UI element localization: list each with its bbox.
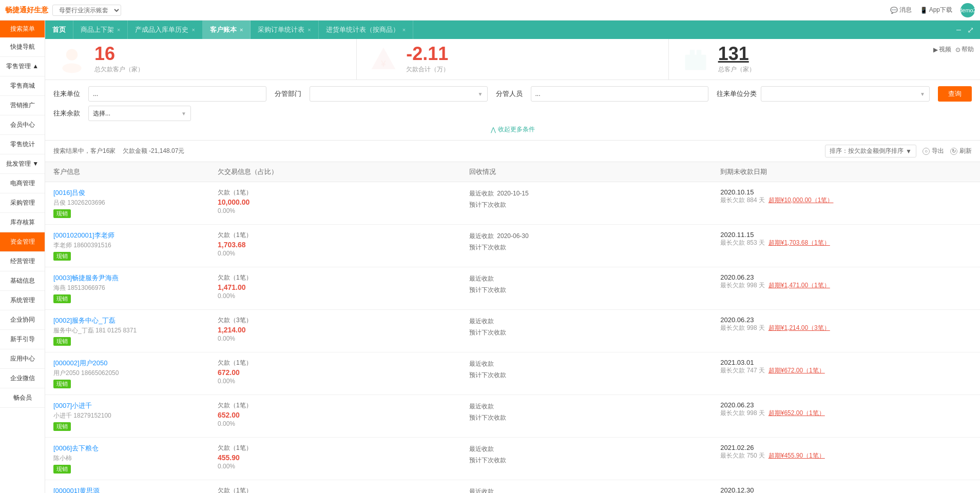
customer-name-6[interactable]: [0007]小进千 [53,402,92,409]
sidebar-item-vip[interactable]: 畅会员 [0,388,45,408]
tab-close-purchase-order[interactable]: × [308,27,311,33]
debt-info-cell-2: 欠款（1笔） 1,703.68 0.00% [218,231,469,257]
sidebar-item-wechat[interactable]: 企业微信 [0,369,45,388]
sidebar-item-business[interactable]: 经营管理 [0,252,45,271]
refresh-button[interactable]: ↻ 刷新 [950,147,972,155]
tab-close-customer-account[interactable]: × [240,27,243,33]
sidebar-item-ecommerce[interactable]: 电商管理 [0,174,45,193]
person-label: 分管人员 [496,89,527,98]
tab-close-stock-stats[interactable]: × [402,27,406,33]
app-download-action[interactable]: 📱 App下载 [920,6,952,14]
tab-maximize-btn[interactable]: ⤢ [965,24,976,36]
svg-point-0 [66,49,78,60]
sidebar-item-newbie[interactable]: 新手引导 [0,330,45,349]
search-button[interactable]: 查询 [938,86,972,102]
customer-tag-2: 现销 [53,252,71,261]
sidebar-item-inventory[interactable]: 库存核算 [0,213,45,232]
sidebar-item-quick-nav[interactable]: 快捷导航 [0,37,45,57]
sidebar-item-finance[interactable]: 资金管理 [0,232,45,252]
debt-customers-icon [57,45,86,74]
tab-close-product-off[interactable]: × [117,27,120,33]
overdue-link-7[interactable]: 超期¥455.90（1笔） [768,452,825,459]
overdue-link-3[interactable]: 超期¥1,471.00（1笔） [768,282,830,289]
collection-cell-8: 最近收款 预计下次收款 [469,486,721,493]
tab-product-off[interactable]: 商品上下架 × [73,21,128,39]
download-icon: 📱 [920,7,928,14]
debt-info-cell-4: 欠款（3笔） 1,214.00 0.00% [218,316,469,342]
debt-count-8: 欠款（1笔） [218,486,469,493]
col-customer-info: 客户信息 [53,167,218,176]
sidebar-item-retail-mall[interactable]: 零售商城 [0,76,45,96]
customer-name-4[interactable]: [0002]服务中心_丁磊 [53,317,116,324]
content-area: 首页 商品上下架 × 产成品入库单历史 × 客户账本 × 采购订单统计表 × [45,21,980,493]
svg-rect-5 [689,50,694,54]
sidebar-item-app-center[interactable]: 应用中心 [0,349,45,369]
stats-bar: 16 总欠款客户（家） ¥ -2.11 欠 [45,39,980,80]
customer-name-5[interactable]: [000002]用户2050 [53,359,108,367]
debt-percent-5: 0.00% [218,378,469,385]
person-input[interactable]: ... [531,86,709,102]
video-action[interactable]: ▶ 视频 [933,45,951,54]
debt-count-3: 欠款（1笔） [218,273,469,282]
collapse-button[interactable]: ⋀ 收起更多条件 [53,125,972,134]
sidebar-item-marketing[interactable]: 营销推广 [0,96,45,115]
overdue-link-2[interactable]: 超期¥1,703.68（1笔） [768,239,830,246]
from-unit-dots: ... [93,90,98,97]
industry-selector[interactable]: 母婴行业演示账套 [52,5,121,16]
sidebar-item-retail-stats[interactable]: 零售统计 [0,135,45,154]
sidebar-item-retail-mgmt[interactable]: 零售管理 ▲ [0,57,45,76]
debt-amount-3: 1,471.00 [218,283,469,291]
sidebar-item-system[interactable]: 系统管理 [0,291,45,310]
debt-info-cell-8: 欠款（1笔） 429.00 0.00% [218,486,469,493]
sidebar-search[interactable]: 搜索菜单 [0,21,45,37]
sidebar-item-purchase[interactable]: 采购管理 [0,193,45,213]
sidebar-item-member[interactable]: 会员中心 [0,115,45,135]
avatar[interactable]: demo2 [960,3,975,17]
tab-customer-account[interactable]: 客户账本 × [203,21,251,39]
stat-top-actions: ▶ 视频 ⊙ 帮助 [933,45,974,54]
due-date-cell-6: 2020.06.23 最长欠款 998 天 超期¥652.00（1笔） [720,401,972,418]
debt-info-cell-3: 欠款（1笔） 1,471.00 0.00% [218,273,469,300]
page-content: 16 总欠款客户（家） ¥ -2.11 欠 [45,39,980,493]
tab-purchase-order[interactable]: 采购订单统计表 × [251,21,318,39]
dept-select[interactable]: ▼ [310,86,488,102]
from-unit-input[interactable]: ... [88,86,266,102]
tab-home[interactable]: 首页 [45,21,73,39]
customer-name-8[interactable]: [000001]黄思源 [53,487,100,493]
tab-stock-stats[interactable]: 进货单统计表（按商品） × [319,21,413,39]
tab-product-history[interactable]: 产成品入库单历史 × [128,21,202,39]
message-action[interactable]: 💬 消息 [890,6,912,14]
customer-name-7[interactable]: [0006]去下粮仓 [53,444,99,452]
due-date-1: 2020.10.15 [720,188,972,196]
svg-rect-4 [685,54,706,70]
sidebar-item-basic-info[interactable]: 基础信息 [0,271,45,291]
debt-customers-text: 16 总欠款客户（家） [94,45,144,74]
tab-minimize-btn[interactable]: – [954,24,963,35]
unit-category-select[interactable]: ▼ [761,86,930,102]
table-row: [0007]小进千 小进千 18279152100 现销 欠款（1笔） 652.… [45,395,980,438]
stat-block-debt-amount: ¥ -2.11 欠款合计（万） [357,39,668,80]
svg-point-1 [62,63,81,73]
help-action[interactable]: ⊙ 帮助 [955,45,974,54]
balance-select[interactable]: 选择... ▼ [88,106,191,121]
sort-selector[interactable]: 排序：按欠款金额倒序排序 ▼ [825,145,916,157]
sidebar-item-batch-mgmt[interactable]: 批发管理 ▼ [0,154,45,174]
export-button[interactable]: ○ 导出 [923,147,944,155]
customer-name-3[interactable]: [0003]畅捷服务尹海燕 [53,274,119,282]
debt-amount-7: 455.90 [218,453,469,462]
overdue-link-1[interactable]: 超期¥10,000.00（1笔） [768,196,834,204]
customer-name-1[interactable]: [0016]吕俊 [53,189,85,196]
balance-arrow: ▼ [181,111,186,116]
due-date-cell-7: 2021.02.26 最长欠款 750 天 超期¥455.90（1笔） [720,444,972,460]
overdue-link-4[interactable]: 超期¥1,214.00（3笔） [768,324,830,331]
debt-count-1: 欠款（1笔） [218,188,469,197]
tab-close-product-history[interactable]: × [191,27,195,33]
customer-name-2[interactable]: [0001020001]李老师 [53,231,114,239]
overdue-link-6[interactable]: 超期¥652.00（1笔） [768,409,825,417]
filter-person: 分管人员 ... [496,86,709,102]
top-bar: 畅捷通好生意 母婴行业演示账套 💬 消息 📱 App下载 demo2 [0,0,980,21]
debt-percent-6: 0.00% [218,420,469,427]
sidebar-item-enterprise[interactable]: 企业协同 [0,310,45,330]
overdue-link-5[interactable]: 超期¥672.00（1笔） [768,367,825,374]
unit-category-label: 往来单位分类 [717,89,757,98]
